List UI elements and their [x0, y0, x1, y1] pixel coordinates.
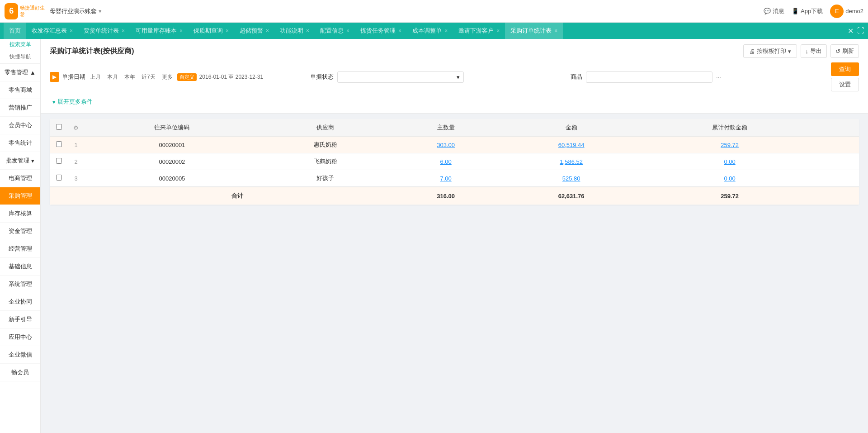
column-settings-icon[interactable]: ⚙: [73, 124, 79, 131]
settings-button[interactable]: 设置: [831, 78, 859, 91]
close-all-tabs-icon[interactable]: ✕: [848, 27, 854, 35]
query-button[interactable]: 查询: [831, 62, 859, 76]
row1-qty-link[interactable]: 303.00: [437, 142, 455, 148]
sidebar-item-wholesale[interactable]: 批发管理 ▾: [0, 152, 40, 170]
close-receive-summary-icon[interactable]: ×: [70, 28, 73, 34]
select-all-checkbox[interactable]: [56, 124, 62, 130]
expand-more-conditions-button[interactable]: ▾ 展开更多条件: [52, 98, 856, 106]
row3-qty-link[interactable]: 7.00: [440, 175, 451, 182]
sidebar-item-inventory[interactable]: 库存核算: [0, 205, 40, 223]
row2-amount-link[interactable]: 1,586.52: [560, 158, 583, 165]
export-button[interactable]: ↓ 导出: [801, 44, 827, 58]
shortcut-this-year[interactable]: 本年: [123, 72, 137, 82]
sidebar-item-marketing[interactable]: 营销推广: [0, 99, 40, 117]
sidebar-item-retail-shop[interactable]: 零售商城: [0, 81, 40, 99]
sidebar-item-retail-manage[interactable]: 零售管理 ▲: [0, 64, 40, 81]
row1-amount-link[interactable]: 60,519.44: [558, 142, 585, 148]
sidebar-item-member-center[interactable]: 会员中心: [0, 117, 40, 134]
maximize-icon[interactable]: ⛶: [857, 27, 864, 35]
logo-text: 畅捷通好生意: [20, 5, 45, 17]
tab-pick-task[interactable]: 拣货任务管理 ×: [355, 23, 407, 39]
close-config-info-icon[interactable]: ×: [346, 28, 349, 34]
row3-paid-link[interactable]: 0.00: [724, 175, 735, 182]
date-filter-group: ▶ 单据日期 上月 本月 本年 近7天 更多 自定义 2016-01-01 至 …: [50, 72, 305, 82]
workspace-selector[interactable]: 母婴行业演示账套 ▾: [45, 7, 764, 15]
sidebar-item-enterprise-wechat[interactable]: 企业微信: [0, 346, 40, 364]
workspace-name[interactable]: 母婴行业演示账套: [50, 7, 97, 15]
table-row: 2 00020002 飞鹤奶粉 6.00 1,586.52 0.00: [50, 153, 859, 170]
close-pick-task-icon[interactable]: ×: [398, 28, 401, 34]
refresh-button[interactable]: ↺ 刷新: [830, 44, 859, 58]
row3-checkbox[interactable]: [56, 175, 62, 181]
tab-expiry-query[interactable]: 保质期查询 ×: [188, 23, 234, 39]
sidebar-item-purchase[interactable]: 采购管理: [0, 187, 40, 205]
tab-overstock[interactable]: 超储预警 ×: [234, 23, 274, 39]
goods-input[interactable]: [586, 71, 712, 83]
sidebar-item-enterprise-collab[interactable]: 企业协同: [0, 293, 40, 311]
refresh-icon: ↺: [835, 48, 840, 55]
close-purchase-summary-icon[interactable]: ×: [554, 28, 557, 34]
sidebar-item-fund[interactable]: 资金管理: [0, 223, 40, 240]
row2-paid-link[interactable]: 0.00: [724, 158, 735, 165]
close-invite-downstream-icon[interactable]: ×: [496, 28, 500, 34]
footer-extra: [817, 187, 859, 205]
header-actions: 🖨 按模板打印 ▾ ↓ 导出 ↺ 刷新: [743, 44, 859, 58]
sidebar-item-app-center[interactable]: 应用中心: [0, 328, 40, 346]
tab-cost-adjust[interactable]: 成本调整单 ×: [407, 23, 453, 39]
sidebar-search-button[interactable]: 搜索菜单: [0, 39, 40, 50]
close-cost-adjust-icon[interactable]: ×: [444, 28, 448, 34]
close-available-stock-icon[interactable]: ×: [179, 28, 183, 34]
sidebar-item-vip[interactable]: 畅会员: [0, 364, 40, 381]
row1-paid-link[interactable]: 259.72: [721, 142, 739, 148]
filter-bar: ▶ 单据日期 上月 本月 本年 近7天 更多 自定义 2016-01-01 至 …: [50, 62, 859, 113]
close-function-desc-icon[interactable]: ×: [306, 28, 309, 34]
print-button[interactable]: 🖨 按模板打印 ▾: [743, 44, 797, 58]
row1-num: 1: [68, 137, 84, 153]
sidebar-item-system[interactable]: 系统管理: [0, 276, 40, 293]
footer-paid: 259.72: [642, 187, 818, 205]
filter-toggle-button[interactable]: ▶: [50, 72, 59, 82]
tab-invite-downstream[interactable]: 邀请下游客户 ×: [453, 23, 505, 39]
shortcut-7days[interactable]: 近7天: [140, 72, 157, 82]
shortcut-more[interactable]: 更多: [160, 72, 175, 82]
tab-function-desc[interactable]: 功能说明 ×: [274, 23, 315, 39]
table-row: 1 00020001 惠氏奶粉 303.00 60,519.44 259.72: [50, 137, 859, 153]
close-overstock-icon[interactable]: ×: [266, 28, 269, 34]
row3-amount-link[interactable]: 525.80: [562, 175, 580, 182]
shortcut-this-month[interactable]: 本月: [105, 72, 120, 82]
custom-date-badge[interactable]: 自定义: [177, 73, 197, 81]
close-expiry-query-icon[interactable]: ×: [226, 28, 229, 34]
date-shortcuts: 上月 本月 本年 近7天 更多 自定义: [88, 72, 197, 82]
app-download-button[interactable]: 📱 App下载: [792, 7, 823, 15]
tab-config-info[interactable]: 配置信息 ×: [315, 23, 355, 39]
row2-code: 00020002: [84, 153, 260, 170]
user-menu[interactable]: E demo2: [830, 5, 863, 18]
sidebar-item-basic-info[interactable]: 基础信息: [0, 258, 40, 276]
row1-extra: [817, 137, 859, 153]
sidebar-item-retail-stats[interactable]: 零售统计: [0, 134, 40, 152]
row2-checkbox[interactable]: [56, 158, 62, 164]
goods-filter-label: 商品: [571, 73, 582, 81]
row2-num: 2: [68, 153, 84, 170]
tab-purchase-summary[interactable]: 采购订单统计表 ×: [505, 23, 563, 39]
sidebar-nav-button[interactable]: 快捷导航: [0, 50, 40, 64]
row3-num: 3: [68, 170, 84, 187]
top-right-actions: 💬 消息 📱 App下载 E demo2: [764, 5, 863, 18]
row2-qty-link[interactable]: 6.00: [440, 158, 451, 165]
th-code: 往来单位编码: [84, 119, 260, 137]
tab-available-stock[interactable]: 可用量库存账本 ×: [130, 23, 188, 39]
status-select[interactable]: ▾: [337, 71, 464, 83]
sidebar-item-biz[interactable]: 经营管理: [0, 240, 40, 258]
row1-checkbox[interactable]: [56, 141, 62, 147]
row3-amount: 525.80: [501, 170, 642, 187]
tab-receive-summary[interactable]: 收发存汇总表 ×: [26, 23, 78, 39]
print-dropdown-icon[interactable]: ▾: [788, 48, 791, 55]
sidebar-item-new-guide[interactable]: 新手引导: [0, 311, 40, 328]
message-button[interactable]: 💬 消息: [764, 7, 784, 15]
tab-goods-summary[interactable]: 要货单统计表 ×: [78, 23, 130, 39]
close-goods-summary-icon[interactable]: ×: [122, 28, 125, 34]
tab-home[interactable]: 首页: [4, 23, 26, 39]
sidebar-item-ecommerce[interactable]: 电商管理: [0, 170, 40, 187]
goods-input-more-icon[interactable]: ···: [716, 74, 721, 81]
shortcut-last-month[interactable]: 上月: [88, 72, 103, 82]
